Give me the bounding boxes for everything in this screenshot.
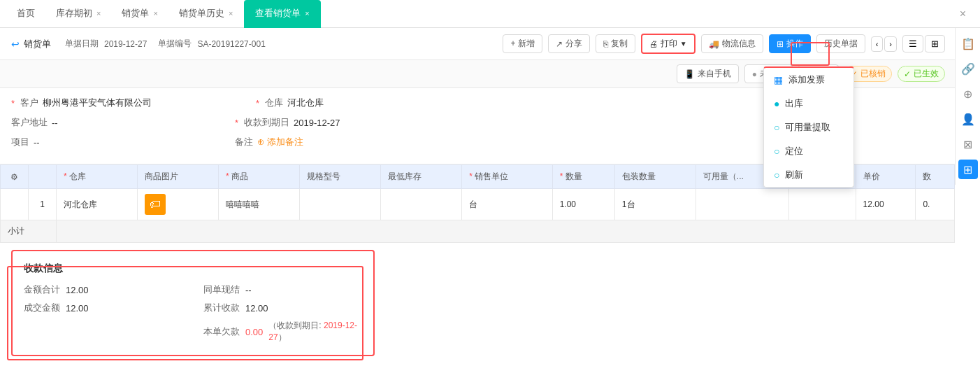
tab-sales-label: 销货单 xyxy=(122,7,149,20)
sidebar-icon-2[interactable]: 🔗 xyxy=(958,59,978,78)
payment-settle-row: 同单现结 -- xyxy=(203,283,362,296)
payment-accumulated-value: 12.00 xyxy=(245,303,268,314)
payment-deal-row: 成交金额 12.00 xyxy=(24,302,182,314)
dropdown-add-invoice[interactable]: ▦ 添加发票 xyxy=(764,68,853,92)
sidebar-icon-3[interactable]: ⊕ xyxy=(958,84,978,104)
tab-sales-history-label: 销货单历史 xyxy=(179,7,224,20)
logistics-button[interactable]: 🚚 物流信息 xyxy=(701,34,763,53)
col-no xyxy=(29,165,57,189)
window-close-button[interactable]: × xyxy=(953,8,973,20)
remark-field: 备注 ⊕ 添加备注 xyxy=(235,136,410,148)
copy-icon: ⎘ xyxy=(603,39,608,49)
new-button[interactable]: + 新增 xyxy=(503,34,542,53)
col-settings[interactable]: ⚙ xyxy=(1,165,29,189)
sidebar-icon-6[interactable]: ⊞ xyxy=(958,160,978,179)
payment-due-value: 0.00 xyxy=(245,327,263,337)
doc-icon: ↩ xyxy=(11,38,20,50)
subtotal-label: 小计 xyxy=(1,220,57,243)
tab-view-sales[interactable]: 查看销货单 × xyxy=(244,0,320,28)
tab-home-label: 首页 xyxy=(17,7,35,20)
print-icon: 🖨 xyxy=(649,39,658,49)
payment-due-row: 本单欠款 0.00 （收款到期日: 2019-12-27） xyxy=(203,320,362,344)
row-pkg-qty: 1台 xyxy=(614,189,696,220)
payment-settle-value: -- xyxy=(245,285,252,295)
tab-view-sales-label: 查看销货单 xyxy=(255,7,301,20)
refresh-icon: ○ xyxy=(774,169,779,181)
outbound-label: 出库 xyxy=(785,97,803,110)
row-warehouse: 河北仓库 xyxy=(57,189,138,220)
col-pkg-qty: 包装数量 xyxy=(614,165,696,189)
tab-inventory[interactable]: 库存期初 × xyxy=(46,0,110,28)
row-extra: 0. xyxy=(916,189,955,220)
col-spec: 规格型号 xyxy=(300,165,381,189)
dropdown-available-pick[interactable]: ○ 可用量提取 xyxy=(764,115,853,139)
sidebar-icon-5[interactable]: ⊠ xyxy=(958,134,978,154)
product-image: 🏷 xyxy=(145,194,166,215)
col-price: 单价 xyxy=(856,165,916,189)
payment-total-label: 金额合计 xyxy=(24,283,60,296)
sidebar-icon-1[interactable]: 📋 xyxy=(958,34,978,53)
payment-grid: 金额合计 12.00 同单现结 -- 成交金额 12.00 累计收款 12.00… xyxy=(24,283,362,344)
payment-due-note: （收款到期日: 2019-12-27） xyxy=(268,320,362,344)
tab-inventory-label: 库存期初 xyxy=(56,7,92,20)
row-stock xyxy=(788,189,856,220)
subtotal-content xyxy=(57,220,955,243)
effective-badge: ✓ 已生效 xyxy=(898,66,945,82)
doc-date-label: 单据日期 2019-12-27 xyxy=(65,38,147,50)
col-extra: 数 xyxy=(916,165,955,189)
row-price: 12.00 xyxy=(856,189,916,220)
doc-actions: + 新增 ↗ 分享 ⎘ 复制 🖨 打印 ▼ 🚚 物流信息 ⊞ 操作 xyxy=(503,34,945,54)
tab-sales-close[interactable]: × xyxy=(153,9,157,17)
customer-field: * 客户 柳州粤港平安气体有限公司 xyxy=(11,97,186,109)
payment-accumulated-row: 累计收款 12.00 xyxy=(203,302,362,314)
payment-deal-value: 12.00 xyxy=(66,303,89,314)
view-grid-button[interactable]: ⊞ xyxy=(925,35,945,52)
effective-check-icon: ✓ xyxy=(904,69,911,79)
customer-value: 柳州粤港平安气体有限公司 xyxy=(43,97,152,109)
logistics-icon: 🚚 xyxy=(709,39,719,49)
nav-next-button[interactable]: › xyxy=(884,36,897,52)
sidebar-icon-4[interactable]: 👤 xyxy=(958,109,978,129)
copy-button[interactable]: ⎘ 复制 xyxy=(596,34,635,53)
tab-sales-history-close[interactable]: × xyxy=(229,9,233,17)
add-invoice-icon: ▦ xyxy=(774,74,783,85)
refresh-label: 刷新 xyxy=(785,169,803,181)
dropdown-outbound[interactable]: ● 出库 xyxy=(764,92,853,115)
print-button[interactable]: 🖨 打印 ▼ xyxy=(641,34,696,54)
col-product-img: 商品图片 xyxy=(138,165,219,189)
history-button[interactable]: 历史单据 xyxy=(816,34,865,53)
available-pick-icon: ○ xyxy=(774,122,779,133)
view-list-button[interactable]: ☰ xyxy=(902,35,923,52)
address-field: 客户地址 -- xyxy=(11,116,186,129)
ticket-icon: ● xyxy=(752,69,757,79)
col-warehouse: * 仓库 xyxy=(57,165,138,189)
col-qty: * 数量 xyxy=(552,165,614,189)
tab-view-sales-close[interactable]: × xyxy=(305,9,309,17)
row-product-img: 🏷 xyxy=(138,189,219,220)
operate-icon: ⊞ xyxy=(777,39,784,49)
from-phone-button[interactable]: 📱 来自手机 xyxy=(677,64,739,83)
doc-meta: 单据日期 2019-12-27 单据编号 SA-20191227-001 xyxy=(65,38,266,50)
doc-title: ↩ 销货单 xyxy=(11,38,51,50)
dropdown-refresh[interactable]: ○ 刷新 xyxy=(764,163,853,187)
row-setting xyxy=(1,189,29,220)
right-sidebar: 📋 🔗 ⊕ 👤 ⊠ ⊞ xyxy=(955,28,980,185)
print-dropdown-arrow[interactable]: ▼ xyxy=(680,40,687,48)
payment-due-label: 本单欠款 xyxy=(203,325,240,338)
tab-inventory-close[interactable]: × xyxy=(96,9,101,17)
address-value: -- xyxy=(52,118,58,128)
tab-sales-history[interactable]: 销货单历史 × xyxy=(169,0,243,28)
operate-button[interactable]: ⊞ 操作 xyxy=(769,34,811,53)
dropdown-menu: ▦ 添加发票 ● 出库 ○ 可用量提取 ○ 定位 ○ 刷新 xyxy=(763,66,854,188)
share-button[interactable]: ↗ 分享 xyxy=(548,34,590,53)
outbound-icon: ● xyxy=(774,98,779,109)
dropdown-locate[interactable]: ○ 定位 xyxy=(764,139,853,163)
payment-deal-label: 成交金额 xyxy=(24,302,60,314)
row-qty: 1.00 xyxy=(552,189,614,220)
tab-sales[interactable]: 销货单 × xyxy=(112,0,167,28)
row-min-stock xyxy=(381,189,462,220)
subtotal-row: 小计 xyxy=(1,220,955,243)
tab-home[interactable]: 首页 xyxy=(7,0,45,28)
nav-prev-button[interactable]: ‹ xyxy=(871,36,884,52)
add-remark-button[interactable]: ⊕ 添加备注 xyxy=(257,136,303,148)
